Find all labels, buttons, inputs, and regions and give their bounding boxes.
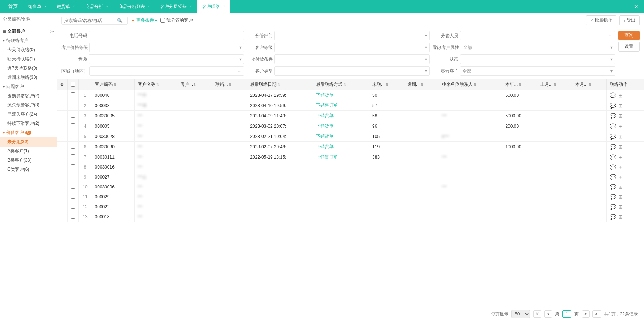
apps-icon[interactable]: ⊞ [618, 113, 623, 119]
search-icon[interactable]: 🔍 [117, 18, 123, 23]
apps-icon[interactable]: ⊞ [618, 103, 623, 109]
apps-icon[interactable]: ⊞ [618, 134, 623, 140]
row-checkbox[interactable] [71, 214, 75, 219]
prev-page-button[interactable]: < [544, 310, 552, 318]
sidebar-item-declining[interactable]: 持续下滑客户(2) [0, 119, 57, 128]
sidebar-group-problem[interactable]: ▾ 问题客户 [0, 82, 57, 91]
more-conditions-button[interactable]: ▼ 更多条件 [131, 17, 157, 24]
th-contact[interactable]: 联络...⇅ [212, 79, 247, 90]
page-size-select[interactable]: 50 100 200 [511, 310, 530, 318]
th-not-contact[interactable]: 未联...⇅ [369, 79, 404, 90]
chat-icon[interactable]: 💬 [610, 214, 616, 220]
chat-icon[interactable]: 💬 [610, 174, 616, 180]
apps-icon[interactable]: ⊞ [618, 92, 623, 98]
row-check[interactable] [67, 90, 78, 100]
last-way-link[interactable]: 下销货单 [316, 92, 334, 98]
apps-icon[interactable]: ⊞ [618, 164, 623, 170]
person-select[interactable]: ··· [460, 31, 615, 40]
scatter-select[interactable]: 全部 [460, 66, 615, 76]
nav-tab-analysis-list[interactable]: 商品分析列表× [113, 0, 155, 13]
row-checkbox[interactable] [71, 113, 75, 118]
apps-icon[interactable]: ⊞ [618, 214, 623, 220]
th-settings[interactable]: ⚙ [57, 79, 67, 90]
nav-tab-analysis[interactable]: 商品分析× [80, 0, 113, 13]
row-check[interactable] [67, 100, 78, 111]
apps-icon[interactable]: ⊞ [618, 123, 623, 129]
th-this-year[interactable]: 本年...⇅ [502, 79, 537, 90]
nav-tab-sales[interactable]: 销售单× [23, 0, 52, 13]
chat-icon[interactable]: 💬 [610, 164, 616, 170]
th-name[interactable]: 客户名称⇅ [134, 79, 177, 90]
search-input[interactable] [64, 18, 116, 23]
dept-select[interactable] [274, 31, 430, 40]
sidebar-item-class-c[interactable]: C类客户(6) [0, 165, 57, 174]
last-way-link[interactable]: 下销货单 [316, 113, 334, 118]
th-last-way[interactable]: 最后联络方式⇅ [313, 79, 369, 90]
batch-ops-button[interactable]: ✓ 批量操作 [586, 15, 616, 25]
nav-tab-customer-segment[interactable]: 客户分层经营× [155, 0, 197, 13]
sidebar-group-value[interactable]: ▾ 价值客户 ↻ [0, 128, 57, 137]
row-checkbox[interactable] [71, 134, 75, 138]
row-check[interactable] [67, 152, 78, 162]
grade-select[interactable] [274, 43, 430, 52]
row-check[interactable] [67, 172, 78, 182]
row-checkbox[interactable] [71, 92, 75, 97]
status-select[interactable] [460, 54, 615, 64]
row-check[interactable] [67, 212, 78, 222]
row-checkbox[interactable] [71, 123, 75, 128]
apps-icon[interactable]: ⊞ [618, 154, 623, 160]
dots-icon[interactable]: ··· [238, 68, 242, 74]
th-this-month[interactable]: 本月...⇅ [572, 79, 607, 90]
close-icon[interactable]: × [73, 0, 75, 13]
search-button[interactable]: 查询 [618, 31, 640, 40]
window-close-button[interactable]: × [631, 3, 641, 11]
chat-icon[interactable]: 💬 [610, 204, 616, 210]
row-check[interactable] [67, 182, 78, 192]
chat-icon[interactable]: 💬 [610, 154, 616, 160]
close-icon[interactable]: × [148, 0, 150, 13]
row-checkbox[interactable] [71, 103, 75, 107]
sidebar-item-churned[interactable]: 已流失客户(24) [0, 110, 57, 119]
last-way-link[interactable]: 下销货单 [316, 134, 334, 139]
sidebar-group-pending[interactable]: ▾ 待联络客户 [0, 36, 57, 45]
sidebar-item-today-pending[interactable]: 今天待联络(0) [0, 45, 57, 54]
last-way-link[interactable]: 下销售订单 [316, 154, 338, 159]
th-partner-contact[interactable]: 往来单位联系人⇅ [439, 79, 502, 90]
first-page-button[interactable]: K [533, 310, 541, 318]
sidebar-item-tomorrow-pending[interactable]: 明天待联络(1) [0, 54, 57, 64]
last-way-link[interactable]: 下销售订单 [316, 103, 338, 108]
chat-icon[interactable]: 💬 [610, 123, 616, 129]
row-check[interactable] [67, 111, 78, 121]
close-icon[interactable]: × [106, 0, 108, 13]
th-last-date[interactable]: 最后联络日期⇅ [247, 79, 313, 90]
last-page-button[interactable]: >| [592, 310, 601, 318]
th-code[interactable]: 客户编码⇅ [92, 79, 134, 90]
row-checkbox[interactable] [71, 174, 75, 179]
sidebar-search-input[interactable] [3, 17, 57, 22]
sidebar-item-class-b[interactable]: B类客户(33) [0, 156, 57, 165]
last-way-link[interactable]: 下销货单 [316, 144, 334, 149]
apps-icon[interactable]: ⊞ [618, 194, 623, 200]
sidebar-item-class-a[interactable]: A类客户(1) [0, 147, 57, 156]
nature-select[interactable] [89, 54, 244, 64]
payment-select[interactable] [274, 54, 430, 64]
chat-icon[interactable]: 💬 [610, 113, 616, 119]
row-checkbox[interactable] [71, 164, 75, 169]
apps-icon[interactable]: ⊞ [618, 184, 623, 190]
next-page-button[interactable]: > [582, 310, 590, 318]
sidebar-item-overdue-pending[interactable]: 逾期未联络(30) [0, 73, 57, 82]
dots-icon[interactable]: ··· [609, 33, 613, 38]
apps-icon[interactable]: ⊞ [618, 144, 623, 150]
reset-button[interactable]: 设置 [618, 42, 640, 52]
nav-home[interactable]: 首页 [3, 0, 23, 13]
price-grade-select[interactable] [89, 43, 244, 52]
chat-icon[interactable]: 💬 [610, 184, 616, 190]
chat-icon[interactable]: 💬 [610, 103, 616, 109]
row-checkbox[interactable] [71, 194, 75, 199]
sidebar-item-7days-pending[interactable]: 近7天待联络(0) [0, 64, 57, 73]
th-overdue[interactable]: 逾期...⇅ [404, 79, 439, 90]
export-button[interactable]: ↑ 导出 [619, 15, 640, 25]
cust-type-select[interactable] [274, 66, 430, 76]
row-check[interactable] [67, 121, 78, 131]
phone-input[interactable] [89, 31, 244, 40]
